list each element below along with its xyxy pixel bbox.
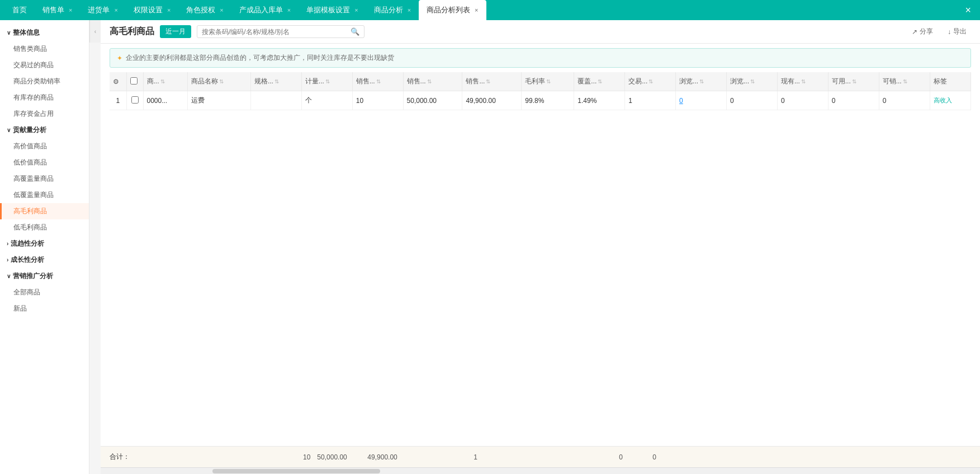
scrollbar-thumb[interactable] [212, 469, 380, 473]
sidebar-item-0-2[interactable]: 商品分类助销率 [0, 73, 89, 90]
col-label-sales_qty: 销售... [356, 77, 375, 86]
table-container[interactable]: ⚙商...⇅商品名称⇅规格...⇅计量...⇅销售...⇅销售...⇅销售...… [101, 72, 980, 446]
col-header-current[interactable]: 现有...⇅ [777, 72, 828, 91]
share-button[interactable]: ↗ 分享 [907, 25, 938, 39]
col-label-gross_margin: 毛利率 [525, 77, 545, 86]
col-header-sales_qty[interactable]: 销售...⇅ [352, 72, 403, 91]
cell-unit-0: 个 [301, 91, 352, 110]
col-header-available[interactable]: 可用...⇅ [828, 72, 879, 91]
sidebar-group-2[interactable]: ›流趋性分析 [0, 236, 89, 252]
col-gear[interactable]: ⚙ [110, 72, 126, 91]
cell-spec-0 [250, 91, 301, 110]
sidebar-item-1-5[interactable]: 低毛利商品 [0, 219, 89, 236]
col-header-code[interactable]: 商...⇅ [143, 72, 187, 91]
period-button[interactable]: 近一月 [160, 25, 191, 38]
export-button[interactable]: ↓ 导出 [943, 25, 971, 39]
sort-icon-available: ⇅ [852, 78, 856, 85]
horizontal-scrollbar[interactable] [101, 467, 980, 474]
nav-item-产成品入库单[interactable]: 产成品入库单× [231, 0, 299, 20]
col-label-coverage: 覆盖... [577, 77, 596, 86]
col-label-saleable: 可销... [883, 77, 902, 86]
gear-icon: ⚙ [113, 78, 119, 86]
nav-item-单据模板设置[interactable]: 单据模板设置× [299, 0, 366, 20]
sidebar-item-4-1[interactable]: 新品 [0, 301, 89, 317]
nav-close-进货单[interactable]: × [114, 7, 117, 13]
nav-close-商品分析[interactable]: × [408, 7, 411, 13]
sidebar-group-1[interactable]: ∨贡献量分析 [0, 122, 89, 138]
nav-close-角色授权[interactable]: × [220, 7, 223, 13]
col-header-name[interactable]: 商品名称⇅ [187, 72, 250, 91]
nav-item-角色授权[interactable]: 角色授权× [178, 0, 231, 20]
sort-icon-browse1: ⇅ [699, 78, 704, 85]
row-checkbox-0[interactable] [131, 96, 139, 104]
sidebar-group-0[interactable]: ∨整体信息 [0, 25, 89, 41]
content-area: 高毛利商品 近一月 🔍 ↗ 分享 ↓ 导出 ✦ 企业的主要的利润都是这部分商品创… [101, 20, 980, 474]
select-all-checkbox[interactable] [130, 77, 138, 85]
table-row: 10000...运费个1050,000.0049,900.0099.8%1.49… [110, 91, 971, 110]
nav-close-商品分析列表[interactable]: × [475, 7, 478, 13]
group-arrow-2: › [7, 241, 8, 247]
col-label-code: 商... [147, 77, 159, 86]
app-close-button[interactable]: × [960, 4, 976, 16]
sidebar-item-0-4[interactable]: 库存资金占用 [0, 106, 89, 122]
sort-icon-current: ⇅ [801, 78, 806, 85]
nav-close-单据模板设置[interactable]: × [354, 7, 358, 13]
sidebar-group-3[interactable]: ›成长性分析 [0, 252, 89, 268]
sort-icon-browse2: ⇅ [750, 78, 755, 85]
sidebar-item-0-1[interactable]: 交易过的商品 [0, 57, 89, 73]
search-input[interactable] [202, 28, 348, 36]
nav-item-商品分析[interactable]: 商品分析× [366, 0, 419, 20]
top-navigation: 首页销售单×进货单×权限设置×角色授权×产成品入库单×单据模板设置×商品分析×商… [0, 0, 980, 20]
col-header-saleable[interactable]: 可销...⇅ [879, 72, 930, 91]
col-header-unit[interactable]: 计量...⇅ [301, 72, 352, 91]
footer-trade: 1 [470, 453, 504, 461]
sidebar: ∨整体信息销售类商品交易过的商品商品分类助销率有库存的商品库存资金占用∨贡献量分… [0, 20, 89, 474]
sort-icon-sales_qty: ⇅ [376, 78, 381, 85]
col-header-spec[interactable]: 规格...⇅ [250, 72, 301, 91]
nav-item-进货单[interactable]: 进货单× [80, 0, 125, 20]
group-arrow-4: ∨ [7, 273, 11, 279]
nav-close-权限设置[interactable]: × [167, 7, 171, 13]
sidebar-item-1-4[interactable]: 高毛利商品 [0, 203, 89, 219]
sidebar-item-4-0[interactable]: 全部商品 [0, 284, 89, 301]
footer-sales-amount: 50,000.00 [314, 453, 364, 461]
nav-item-首页[interactable]: 首页 [4, 0, 35, 20]
cell-gross_margin-0: 99.8% [522, 91, 574, 110]
nav-item-销售单[interactable]: 销售单× [35, 0, 80, 20]
footer-available: 0 [649, 453, 683, 461]
col-header-browse2[interactable]: 浏览...⇅ [727, 72, 778, 91]
data-table: ⚙商...⇅商品名称⇅规格...⇅计量...⇅销售...⇅销售...⇅销售...… [110, 72, 971, 110]
nav-close-销售单[interactable]: × [69, 7, 72, 13]
export-icon: ↓ [948, 28, 951, 36]
col-header-sales_amount[interactable]: 销售...⇅ [403, 72, 462, 91]
cell-tag-0: 高收入 [930, 91, 970, 110]
col-checkbox[interactable] [126, 72, 143, 91]
col-header-sales_cost[interactable]: 销售...⇅ [462, 72, 522, 91]
sidebar-item-1-1[interactable]: 低价值商品 [0, 154, 89, 171]
sidebar-item-1-2[interactable]: 高覆盖量商品 [0, 171, 89, 187]
sidebar-item-0-0[interactable]: 销售类商品 [0, 41, 89, 57]
col-header-coverage[interactable]: 覆盖...⇅ [574, 72, 625, 91]
browse1-link-0[interactable]: 0 [679, 97, 683, 105]
col-label-current: 现有... [781, 77, 800, 86]
col-header-gross_margin[interactable]: 毛利率⇅ [522, 72, 574, 91]
search-icon: 🔍 [351, 27, 359, 36]
sidebar-item-1-0[interactable]: 高价值商品 [0, 138, 89, 154]
cell-checkbox-0[interactable] [126, 91, 143, 110]
col-header-trade[interactable]: 交易...⇅ [625, 72, 676, 91]
sidebar-collapse-button[interactable]: ‹ [89, 20, 101, 43]
footer-cells: 10 50,000.00 49,900.00 1 0 0 [141, 453, 971, 461]
col-header-browse1[interactable]: 浏览...⇅ [676, 72, 727, 91]
table-footer: 合计： 10 50,000.00 49,900.00 1 0 0 [101, 446, 980, 467]
nav-close-产成品入库单[interactable]: × [287, 7, 291, 13]
sidebar-item-0-3[interactable]: 有库存的商品 [0, 90, 89, 106]
col-header-tag: 标签 [930, 72, 970, 91]
nav-item-权限设置[interactable]: 权限设置× [126, 0, 178, 20]
sort-icon-gross_margin: ⇅ [546, 78, 551, 85]
nav-item-商品分析列表[interactable]: 商品分析列表× [419, 0, 486, 20]
sidebar-group-4[interactable]: ∨营销推广分析 [0, 268, 89, 284]
page-title: 高毛利商品 [110, 26, 154, 37]
col-label-spec: 规格... [254, 77, 273, 86]
sidebar-item-1-3[interactable]: 低覆盖量商品 [0, 187, 89, 203]
sort-icon-spec: ⇅ [274, 78, 279, 85]
